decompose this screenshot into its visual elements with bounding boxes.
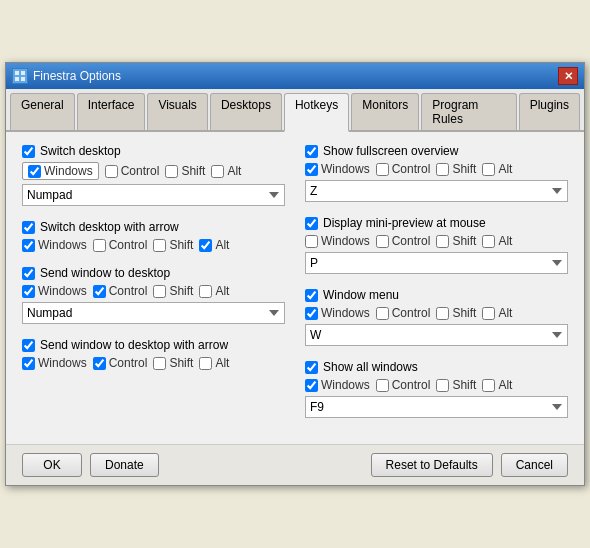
switch-desktop-checkbox[interactable] [22, 145, 35, 158]
swd-windows-item: Windows [22, 284, 87, 298]
swda-alt-check[interactable] [199, 357, 212, 370]
mp-checkbox[interactable] [305, 217, 318, 230]
wm-shift-check[interactable] [436, 307, 449, 320]
mp-control-item: Control [376, 234, 431, 248]
swd-control-item: Control [93, 284, 148, 298]
sda-shift-check[interactable] [153, 239, 166, 252]
sf-shift-check[interactable] [436, 163, 449, 176]
swd-control-check[interactable] [93, 285, 106, 298]
saw-alt-item: Alt [482, 378, 512, 392]
sf-dropdown[interactable]: Z [305, 180, 568, 202]
wm-control-check[interactable] [376, 307, 389, 320]
wm-modifiers: Windows Control Shift Alt [305, 306, 568, 320]
wm-checkbox[interactable] [305, 289, 318, 302]
mp-windows-item: Windows [305, 234, 370, 248]
swd-shift-check[interactable] [153, 285, 166, 298]
content-area: Switch desktop Windows Control [6, 132, 584, 444]
switch-desktop-alt-item: Alt [211, 164, 241, 178]
saw-shift-check[interactable] [436, 379, 449, 392]
mp-windows-check[interactable] [305, 235, 318, 248]
swda-label: Send window to desktop with arrow [40, 338, 228, 352]
sf-modifiers: Windows Control Shift Alt [305, 162, 568, 176]
swda-control-check[interactable] [93, 357, 106, 370]
ok-button[interactable]: OK [22, 453, 82, 477]
switch-desktop-windows-check[interactable] [28, 165, 41, 178]
wm-dropdown[interactable]: W [305, 324, 568, 346]
wm-windows-check[interactable] [305, 307, 318, 320]
saw-checkbox[interactable] [305, 361, 318, 374]
main-window: Finestra Options ✕ General Interface Vis… [5, 62, 585, 486]
right-column: Show fullscreen overview Windows Control [305, 144, 568, 432]
hotkey-send-window-desktop: Send window to desktop Windows Control [22, 266, 285, 324]
switch-desktop-control-check[interactable] [105, 165, 118, 178]
sda-control-check[interactable] [93, 239, 106, 252]
mp-alt-check[interactable] [482, 235, 495, 248]
switch-desktop-alt-check[interactable] [211, 165, 224, 178]
svg-rect-3 [21, 77, 25, 81]
saw-modifiers: Windows Control Shift Alt [305, 378, 568, 392]
swd-shift-item: Shift [153, 284, 193, 298]
sf-shift-item: Shift [436, 162, 476, 176]
mp-control-check[interactable] [376, 235, 389, 248]
saw-alt-check[interactable] [482, 379, 495, 392]
saw-control-item: Control [376, 378, 431, 392]
sda-alt-item: Alt [199, 238, 229, 252]
switch-desktop-shift-check[interactable] [165, 165, 178, 178]
saw-windows-item: Windows [305, 378, 370, 392]
mp-dropdown[interactable]: P [305, 252, 568, 274]
titlebar-left: Finestra Options [12, 68, 121, 84]
switch-desktop-dropdown[interactable]: Numpad [22, 184, 285, 206]
mp-modifiers: Windows Control Shift Alt [305, 234, 568, 248]
window-title: Finestra Options [33, 69, 121, 83]
hotkey-window-menu: Window menu Windows Control [305, 288, 568, 346]
sf-windows-check[interactable] [305, 163, 318, 176]
left-column: Switch desktop Windows Control [22, 144, 285, 432]
hotkey-switch-desktop-arrow: Switch desktop with arrow Windows Contro… [22, 220, 285, 252]
hotkeys-columns: Switch desktop Windows Control [22, 144, 568, 432]
tab-bar: General Interface Visuals Desktops Hotke… [6, 89, 584, 132]
switch-desktop-arrow-checkbox[interactable] [22, 221, 35, 234]
swda-checkbox[interactable] [22, 339, 35, 352]
swd-windows-check[interactable] [22, 285, 35, 298]
tab-interface[interactable]: Interface [77, 93, 146, 130]
saw-windows-check[interactable] [305, 379, 318, 392]
sf-windows-item: Windows [305, 162, 370, 176]
mp-alt-item: Alt [482, 234, 512, 248]
switch-desktop-label: Switch desktop [40, 144, 121, 158]
tab-monitors[interactable]: Monitors [351, 93, 419, 130]
donate-button[interactable]: Donate [90, 453, 159, 477]
mp-shift-check[interactable] [436, 235, 449, 248]
tab-hotkeys[interactable]: Hotkeys [284, 93, 349, 132]
tab-plugins[interactable]: Plugins [519, 93, 580, 130]
sda-shift-item: Shift [153, 238, 193, 252]
swd-alt-check[interactable] [199, 285, 212, 298]
swda-label-row: Send window to desktop with arrow [22, 338, 285, 352]
close-button[interactable]: ✕ [558, 67, 578, 85]
tab-general[interactable]: General [10, 93, 75, 130]
swda-shift-check[interactable] [153, 357, 166, 370]
swd-dropdown[interactable]: Numpad [22, 302, 285, 324]
mp-label: Display mini-preview at mouse [323, 216, 486, 230]
saw-dropdown[interactable]: F9 [305, 396, 568, 418]
tab-program-rules[interactable]: Program Rules [421, 93, 516, 130]
swda-windows-check[interactable] [22, 357, 35, 370]
saw-label-row: Show all windows [305, 360, 568, 374]
saw-control-check[interactable] [376, 379, 389, 392]
sda-windows-check[interactable] [22, 239, 35, 252]
sf-control-check[interactable] [376, 163, 389, 176]
sda-alt-check[interactable] [199, 239, 212, 252]
switch-desktop-arrow-modifiers: Windows Control Shift Alt [22, 238, 285, 252]
cancel-button[interactable]: Cancel [501, 453, 568, 477]
sf-alt-check[interactable] [482, 163, 495, 176]
swda-modifiers: Windows Control Shift Alt [22, 356, 285, 370]
wm-alt-check[interactable] [482, 307, 495, 320]
sda-control-item: Control [93, 238, 148, 252]
tab-visuals[interactable]: Visuals [147, 93, 207, 130]
swd-label-row: Send window to desktop [22, 266, 285, 280]
reset-button[interactable]: Reset to Defaults [371, 453, 493, 477]
swd-label: Send window to desktop [40, 266, 170, 280]
swd-checkbox[interactable] [22, 267, 35, 280]
sf-checkbox[interactable] [305, 145, 318, 158]
tab-desktops[interactable]: Desktops [210, 93, 282, 130]
hotkey-show-fullscreen: Show fullscreen overview Windows Control [305, 144, 568, 202]
